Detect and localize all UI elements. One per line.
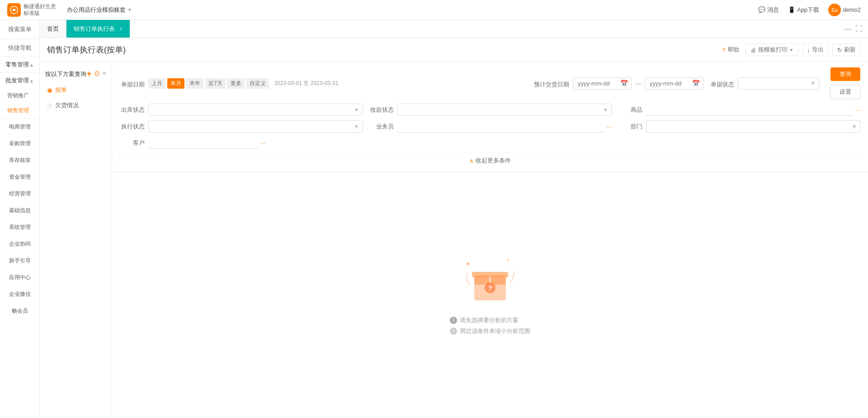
main-filter-content: 单据日期 上月 本月 本年 近7天 更多 自定义 2023-03-01 至 20… [112, 62, 868, 418]
quick-date-more[interactable]: 更多 [227, 78, 245, 89]
sidebar: 搜索菜单 快捷导航 零售管理 ▲ 批发管理 ▲ 营销推广 销售管理 电商管理 采… [0, 20, 40, 418]
message-button[interactable]: 💬 消息 [758, 6, 779, 14]
sidebar-item-finance[interactable]: 资金管理 [0, 169, 39, 185]
sidebar-item-newbie[interactable]: 新手引导 [0, 252, 39, 269]
quick-date-custom[interactable]: 自定义 [246, 78, 269, 89]
sidebar-item-wechat[interactable]: 企业微信 [0, 286, 39, 303]
payment-select-wrap: ▼ [397, 104, 612, 116]
date-separator: — [633, 80, 643, 87]
goods-input[interactable] [646, 104, 854, 116]
delivery-label: 出库状态 [119, 106, 145, 114]
quick-date-last-7days[interactable]: 近7天 [205, 78, 226, 89]
delivery-select[interactable] [148, 104, 363, 116]
collapse-button[interactable]: ∧ 收起更多条件 [466, 155, 514, 166]
app-selector[interactable]: 办公用品行业模拟账套 ▼ [67, 6, 132, 14]
sidebar-item-member[interactable]: 畅会员 [0, 303, 39, 319]
collapse-icon: ∧ [469, 157, 474, 164]
filter-expected-date-group: 预计交货日期 📅 — 📅 [534, 77, 703, 90]
expected-date-label: 预计交货日期 [534, 78, 569, 89]
quick-date-this-year[interactable]: 本年 [186, 78, 203, 89]
left-filter-header: 按以下方案查询 + ⊙ « [40, 67, 112, 82]
empty-state-content: ? ✦ ✦ ✦ [450, 253, 530, 338]
sidebar-item-business[interactable]: 经营管理 [0, 185, 39, 202]
sidebar-item-system[interactable]: 系统管理 [0, 219, 39, 236]
svg-rect-4 [472, 272, 508, 277]
payment-select[interactable] [397, 104, 612, 116]
customer-label: 客户 [119, 139, 145, 147]
tab-close-icon[interactable]: × [119, 26, 123, 32]
page-header: 销售订单执行表(按单) ? 帮助 🖨 按模板打印 ▼ ↓ 导出 [40, 38, 868, 62]
customer-more-icon[interactable]: ··· [260, 139, 266, 147]
goods-more-icon[interactable]: ··· [855, 106, 861, 114]
help-icon: ? [722, 47, 725, 53]
filter-container: 单据日期 上月 本月 本年 近7天 更多 自定义 2023-03-01 至 20… [112, 62, 868, 172]
sidebar-search[interactable]: 搜索菜单 [0, 20, 39, 39]
expected-date-from-input[interactable] [573, 77, 632, 90]
salesman-input-wrap: ··· [397, 121, 612, 133]
left-filter-actions: + ⊙ « [87, 69, 106, 79]
sidebar-item-inventory[interactable]: 库存核算 [0, 152, 39, 169]
tip-number-2: 2 [450, 328, 457, 335]
print-button[interactable]: 🖨 按模板打印 ▼ [745, 43, 799, 56]
quick-dates: 上月 本月 本年 近7天 更多 自定义 [148, 78, 269, 89]
tab-home[interactable]: 首页 [40, 20, 66, 38]
expected-date-to-input[interactable] [645, 77, 703, 90]
page-title: 销售订单执行表(按单) [47, 44, 126, 55]
add-scheme-button[interactable]: + [87, 69, 92, 79]
app-download-button[interactable]: 📱 App下载 [788, 6, 819, 14]
sidebar-item-retail[interactable]: 零售管理 ▲ [0, 57, 39, 72]
expected-date-range: 📅 — 📅 [573, 77, 703, 90]
user-menu[interactable]: Ea demo2 [828, 4, 861, 16]
chevron-down-icon: ▲ [29, 62, 34, 67]
sidebar-item-enterprise[interactable]: 企业协同 [0, 236, 39, 252]
sidebar-item-sales-management[interactable]: 销售管理 [0, 103, 39, 118]
setting-button[interactable]: 设置 [830, 85, 861, 99]
filter-status-group: 单据状态 ▼ [709, 77, 819, 90]
status-select-wrap: ▼ [738, 77, 819, 90]
minimize-icon[interactable]: — [844, 25, 852, 33]
tip-number-1: 1 [450, 317, 457, 324]
message-icon: 💬 [758, 6, 765, 13]
payment-label: 收款状态 [368, 106, 394, 114]
department-select-wrap: ▼ [646, 120, 861, 133]
salesman-more-icon[interactable]: ··· [607, 123, 612, 130]
tab-sales-order-exec[interactable]: 销售订单执行表 × [66, 20, 130, 38]
customer-input[interactable] [148, 137, 259, 149]
exec-filter-col: 执行状态 ▼ [119, 120, 363, 133]
department-filter-col: 部门 ▼ [617, 120, 861, 133]
salesman-label: 业务员 [368, 123, 394, 131]
edit-scheme-button[interactable]: ⊙ [94, 69, 100, 79]
sidebar-item-purchase[interactable]: 采购管理 [0, 135, 39, 152]
department-label: 部门 [617, 123, 642, 131]
sidebar-item-ecommerce[interactable]: 电商管理 [0, 119, 39, 135]
expected-date-to-wrap: 📅 [645, 77, 703, 90]
sidebar-item-wholesale[interactable]: 批发管理 ▲ [0, 73, 39, 88]
department-select[interactable] [646, 120, 861, 133]
quick-date-this-month[interactable]: 本月 [167, 78, 184, 89]
sidebar-quick-nav[interactable]: 快捷导航 [0, 39, 39, 57]
status-select[interactable] [738, 77, 819, 90]
sidebar-item-marketing[interactable]: 营销推广 [0, 88, 39, 103]
help-button[interactable]: ? 帮助 [719, 44, 741, 56]
left-filter-panel: 按以下方案查询 + ⊙ « ◉ 按单 ⊙ 欠货情况 [40, 62, 112, 418]
search-button[interactable]: 查询 [830, 67, 860, 81]
filter-row-1: 单据日期 上月 本月 本年 近7天 更多 自定义 2023-03-01 至 20… [119, 67, 861, 99]
salesman-input[interactable] [397, 121, 605, 133]
scheme-item-shortage[interactable]: ⊙ 欠货情况 [40, 98, 112, 113]
empty-tips: 1 请先选择要分析的方案 2 用过滤条件来缩小分析范围 [450, 316, 530, 338]
export-button[interactable]: ↓ 导出 [802, 43, 829, 56]
sidebar-item-basic[interactable]: 基础信息 [0, 202, 39, 219]
maximize-icon[interactable]: ⛶ [855, 25, 863, 33]
exec-select[interactable] [148, 120, 363, 133]
scheme-item-by-order[interactable]: ◉ 按单 [40, 82, 112, 98]
empty-tip-2: 2 用过滤条件来缩小分析范围 [450, 327, 530, 335]
refresh-button[interactable]: ↻ 刷新 [832, 43, 861, 56]
svg-text:✦: ✦ [465, 260, 471, 268]
sidebar-item-app-center[interactable]: 应用中心 [0, 269, 39, 286]
empty-state: ? ✦ ✦ ✦ [112, 172, 868, 418]
quick-date-last-month[interactable]: 上月 [148, 78, 165, 89]
top-header: 畅捷通好生意 标准版 办公用品行业模拟账套 ▼ 💬 消息 📱 App下载 Ea … [0, 0, 868, 20]
tab-right-actions: — ⛶ [839, 20, 868, 38]
sidebar-wholesale-section: 批发管理 ▲ 营销推广 销售管理 [0, 73, 39, 119]
collapse-panel-button[interactable]: « [103, 69, 106, 79]
